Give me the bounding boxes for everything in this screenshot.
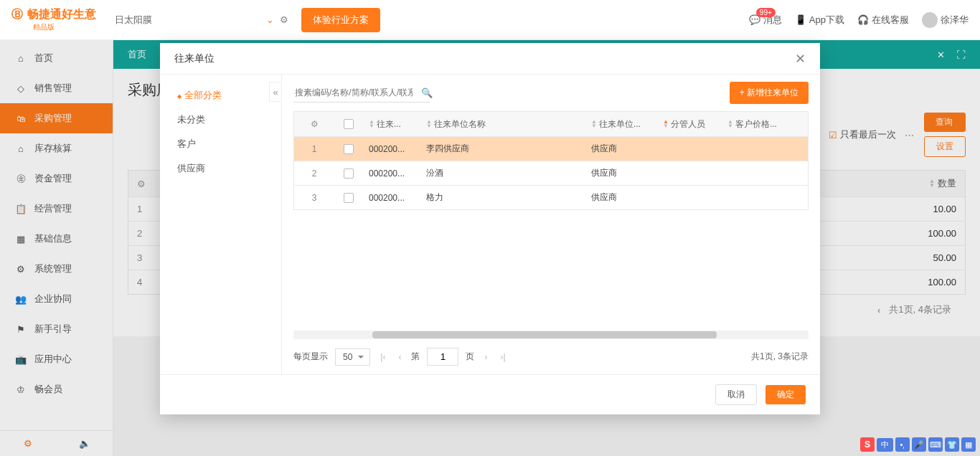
row-type: 供应商 bbox=[585, 186, 657, 209]
ime-tools-icon[interactable]: ▦ bbox=[961, 437, 976, 452]
close-icon[interactable]: ✕ bbox=[795, 51, 806, 67]
row-price bbox=[722, 161, 808, 185]
ime-logo-icon[interactable]: S bbox=[860, 437, 875, 452]
modal-title: 往来单位 bbox=[174, 52, 215, 65]
select-all-checkbox[interactable] bbox=[344, 119, 354, 129]
download-button[interactable]: 📱App下载 bbox=[795, 14, 844, 27]
row-index: 3 bbox=[294, 186, 334, 209]
gear-icon[interactable]: ⚙ bbox=[280, 14, 288, 25]
ime-mic-icon[interactable]: 🎤 bbox=[912, 437, 926, 452]
headset-icon: 🎧 bbox=[857, 14, 869, 25]
top-header: Ⓑ畅捷通好生意 精品版 日太阳膜 ⌄ ⚙ 体验行业方案 💬 99+ 消息 📱Ap… bbox=[0, 0, 980, 40]
brand-sub: 精品版 bbox=[33, 22, 112, 32]
add-partner-button[interactable]: + 新增往来单位 bbox=[730, 82, 809, 104]
row-code: 000200... bbox=[363, 186, 420, 209]
ok-button[interactable]: 确定 bbox=[765, 385, 806, 404]
grid-row[interactable]: 1 000200... 李四供应商 供应商 bbox=[293, 137, 809, 161]
grid-header: ⚙ ▲▼往来... ▲▼往来单位名称 ▲▼往来单位... ▲▼分管人员 ▲▼客户… bbox=[293, 111, 809, 137]
col-name: 往来单位名称 bbox=[434, 118, 486, 130]
page-prev-icon[interactable]: ‹ bbox=[395, 352, 404, 362]
search-input[interactable] bbox=[293, 83, 430, 103]
try-plan-button[interactable]: 体验行业方案 bbox=[301, 8, 380, 32]
row-checkbox[interactable] bbox=[344, 168, 354, 179]
user-menu[interactable]: 徐泽华 bbox=[922, 12, 969, 28]
col-price: 客户价格... bbox=[735, 118, 777, 130]
ime-toolbar: S 中 •ˌ 🎤 ⌨ 👕 ▦ bbox=[860, 437, 976, 452]
page-input[interactable] bbox=[427, 348, 458, 366]
row-name: 汾酒 bbox=[420, 161, 585, 185]
row-index: 2 bbox=[294, 161, 334, 185]
ime-punct-icon[interactable]: •ˌ bbox=[895, 437, 910, 452]
cat-all[interactable]: 全部分类 bbox=[174, 83, 281, 108]
tenant-name: 日太阳膜 bbox=[115, 14, 152, 27]
message-badge: 99+ bbox=[756, 8, 776, 17]
row-index: 1 bbox=[294, 137, 334, 161]
row-type: 供应商 bbox=[585, 161, 657, 185]
row-price bbox=[722, 186, 808, 209]
grid-row[interactable]: 2 000200... 汾酒 供应商 bbox=[293, 161, 809, 186]
horizontal-scrollbar[interactable] bbox=[293, 331, 809, 339]
row-price bbox=[722, 137, 808, 161]
row-mgr bbox=[657, 137, 722, 161]
page-last-icon[interactable]: ›| bbox=[497, 352, 508, 362]
row-code: 000200... bbox=[363, 137, 420, 161]
support-button[interactable]: 🎧在线客服 bbox=[857, 14, 909, 27]
page-label: 页 bbox=[466, 351, 474, 363]
page-label: 第 bbox=[411, 351, 420, 363]
ime-keyboard-icon[interactable]: ⌨ bbox=[928, 437, 943, 452]
category-pane: « 全部分类 未分类 客户 供应商 bbox=[160, 75, 282, 374]
sort-icon[interactable]: ▲▼ bbox=[369, 120, 374, 128]
ime-skin-icon[interactable]: 👕 bbox=[945, 437, 959, 452]
gear-icon[interactable]: ⚙ bbox=[311, 119, 319, 129]
cat-uncat[interactable]: 未分类 bbox=[174, 108, 281, 132]
avatar bbox=[922, 12, 938, 28]
search-icon[interactable]: 🔍 bbox=[421, 87, 433, 98]
row-name: 李四供应商 bbox=[420, 137, 585, 161]
row-type: 供应商 bbox=[585, 137, 657, 161]
brand-icon: Ⓑ bbox=[11, 7, 23, 22]
brand: Ⓑ畅捷通好生意 精品版 bbox=[11, 7, 112, 32]
brand-text: 畅捷通好生意 bbox=[27, 7, 96, 22]
col-mgr: 分管人员 bbox=[671, 118, 705, 130]
row-mgr bbox=[657, 161, 722, 185]
phone-icon: 📱 bbox=[795, 14, 806, 25]
tenant-select[interactable]: 日太阳膜 ⌄ bbox=[115, 14, 280, 27]
per-page-label: 每页显示 bbox=[293, 351, 328, 363]
collapse-icon[interactable]: « bbox=[269, 82, 282, 102]
partner-modal: 往来单位 ✕ « 全部分类 未分类 客户 供应商 🔍 + 新增往来单位 ⚙ ▲▼… bbox=[160, 43, 820, 414]
ime-lang-button[interactable]: 中 bbox=[877, 438, 893, 452]
sort-icon[interactable]: ▲▼ bbox=[663, 120, 669, 128]
page-next-icon[interactable]: › bbox=[481, 352, 490, 362]
grid-row[interactable]: 3 000200... 格力 供应商 bbox=[293, 186, 809, 210]
sort-icon[interactable]: ▲▼ bbox=[727, 120, 733, 128]
cat-supplier[interactable]: 供应商 bbox=[174, 156, 281, 181]
row-mgr bbox=[657, 186, 722, 209]
row-name: 格力 bbox=[420, 186, 585, 209]
chevron-down-icon: ⌄ bbox=[266, 14, 274, 25]
page-first-icon[interactable]: |‹ bbox=[377, 352, 388, 362]
scrollbar-thumb[interactable] bbox=[372, 331, 717, 338]
pagination-summary: 共1页, 3条记录 bbox=[751, 351, 809, 363]
row-checkbox[interactable] bbox=[344, 193, 354, 203]
row-code: 000200... bbox=[363, 161, 420, 185]
per-page-select[interactable]: 50 bbox=[335, 348, 370, 366]
col-code: 往来... bbox=[377, 118, 401, 130]
col-type: 往来单位... bbox=[599, 118, 641, 130]
cancel-button[interactable]: 取消 bbox=[715, 384, 757, 405]
sort-icon[interactable]: ▲▼ bbox=[426, 120, 432, 128]
messages-button[interactable]: 💬 99+ 消息 bbox=[749, 14, 782, 27]
cat-customer[interactable]: 客户 bbox=[174, 132, 281, 156]
row-checkbox[interactable] bbox=[344, 144, 354, 154]
modal-pagination: 每页显示 50 |‹ ‹ 第 页 › ›| 共1页, 3条记录 bbox=[282, 339, 820, 374]
sort-icon[interactable]: ▲▼ bbox=[591, 120, 597, 128]
